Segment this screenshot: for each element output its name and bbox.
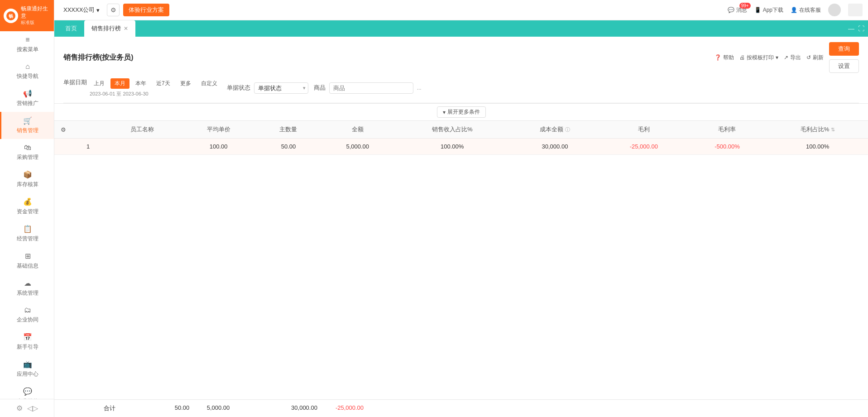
status-select[interactable]: 单据状态 xyxy=(254,82,308,94)
trial-button[interactable]: 体验行业方案 xyxy=(123,4,169,16)
sidebar: 畅 畅康通好生意 标准版 ≡搜索菜单⌂快捷导航📢营销推广🛒销售管理🛍采购管理📦库… xyxy=(0,0,54,417)
sidebar-item-inventory[interactable]: 📦库存核算 xyxy=(0,166,54,193)
th-settings[interactable]: ⚙ xyxy=(54,121,72,139)
tab-bar-right: — ⛶ xyxy=(848,25,864,32)
date-btn-7days[interactable]: 近7天 xyxy=(152,78,174,89)
tab-home[interactable]: 首页 xyxy=(58,20,84,37)
gear-button[interactable]: ⚙ xyxy=(107,4,120,16)
tab-minimize-icon[interactable]: — xyxy=(848,25,854,32)
date-btn-this-month[interactable]: 本月 xyxy=(110,78,129,89)
expand-conditions-btn[interactable]: ▾ 展开更多条件 xyxy=(437,106,486,118)
sidebar-label-finance: 资金管理 xyxy=(17,208,38,216)
help-label: 帮助 xyxy=(723,54,734,62)
sidebar-item-operations[interactable]: 📋经营管理 xyxy=(0,220,54,247)
cell-avg-price: 100.00 xyxy=(180,139,257,155)
cell-gross-pct: 100.00% xyxy=(767,139,868,155)
more-filters-btn[interactable]: ... xyxy=(417,85,422,91)
sidebar-icon-marketing: 📢 xyxy=(23,89,32,98)
tab-maximize-icon[interactable]: ⛶ xyxy=(858,25,864,32)
help-btn[interactable]: ❓ 帮助 xyxy=(715,54,734,62)
app-download-btn[interactable]: 📱 App下载 xyxy=(754,6,783,14)
th-index xyxy=(72,121,104,139)
date-btn-more[interactable]: 更多 xyxy=(176,78,195,89)
sidebar-icon-purchase: 🛍 xyxy=(24,144,31,152)
settings-button[interactable]: 设置 xyxy=(829,59,859,73)
th-sales-pct: 销售收入占比% xyxy=(395,121,509,139)
th-cost: 成本全额 ⓘ xyxy=(509,121,600,139)
date-btn-custom[interactable]: 自定义 xyxy=(197,78,221,89)
sidebar-item-search[interactable]: ≡搜索菜单 xyxy=(0,31,54,58)
sidebar-item-wechat[interactable]: 💬企业微信 xyxy=(0,383,54,399)
company-name: XXXXX公司 xyxy=(63,6,95,14)
date-filter-label: 单据日期 xyxy=(63,78,87,86)
sidebar-icon-system: ☁ xyxy=(24,279,31,288)
messages-btn[interactable]: 💬 消息 99+ xyxy=(728,6,747,14)
th-gross-rate: 毛利率 xyxy=(687,121,767,139)
sidebar-label-operations: 经营管理 xyxy=(17,235,38,243)
goods-label: 商品 xyxy=(314,84,326,92)
th-total: 全额 xyxy=(320,121,395,139)
th-gross-pct: 毛利占比% ⇅ xyxy=(767,121,868,139)
user-menu[interactable] xyxy=(848,4,863,16)
sidebar-icon-search: ≡ xyxy=(25,36,29,44)
footer-cells: 合计 50.00 5,000.00 30,000.00 -25,000.00 xyxy=(60,404,863,412)
avatar[interactable] xyxy=(828,4,841,16)
date-btn-this-year[interactable]: 本年 xyxy=(131,78,150,89)
sidebar-item-purchase[interactable]: 🛍采购管理 xyxy=(0,139,54,166)
sidebar-label-system: 系统管理 xyxy=(17,289,38,297)
goods-input[interactable] xyxy=(329,82,413,94)
query-button[interactable]: 查询 xyxy=(829,42,859,56)
filter-area: 单据日期 上月 本月 本年 近7天 更多 自定义 2023-06-01 至 20… xyxy=(63,78,859,103)
print-dropdown-icon: ▾ xyxy=(776,54,778,61)
sidebar-item-sales[interactable]: 🛒销售管理 xyxy=(0,112,54,139)
date-filter-group: 单据日期 上月 本月 本年 近7天 更多 自定义 2023-06-01 至 20… xyxy=(63,78,221,97)
sidebar-item-quick-nav[interactable]: ⌂快捷导航 xyxy=(0,58,54,85)
th-gross: 毛利 xyxy=(600,121,687,139)
table-row: 1 100.00 50.00 5,000.00 100.00% 30,000.0… xyxy=(54,139,868,155)
print-btn[interactable]: 🖨 按模板打印 ▾ xyxy=(739,54,778,62)
message-icon: 💬 xyxy=(728,7,734,13)
cost-info-icon[interactable]: ⓘ xyxy=(565,127,570,132)
sidebar-icon-operations: 📋 xyxy=(23,225,32,233)
expand-label: 展开更多条件 xyxy=(447,108,480,116)
sidebar-item-finance[interactable]: 💰资金管理 xyxy=(0,193,54,220)
sidebar-icon-wechat: 💬 xyxy=(23,387,32,396)
sidebar-label-purchase: 采购管理 xyxy=(17,153,38,161)
refresh-label: 刷新 xyxy=(813,54,824,62)
sidebar-item-base-info[interactable]: ⊞基础信息 xyxy=(0,247,54,274)
sidebar-item-enterprise[interactable]: 🗂企业协同 xyxy=(0,302,54,328)
sidebar-bottom: ⚙ ◁▷ xyxy=(0,399,54,417)
sidebar-label-quick-nav: 快捷导航 xyxy=(17,72,38,80)
company-selector[interactable]: XXXXX公司 ▾ xyxy=(60,4,103,16)
settings-icon[interactable]: ⚙ xyxy=(16,404,23,412)
collapse-icon[interactable]: ◁▷ xyxy=(27,404,38,412)
main-area: XXXXX公司 ▾ ⚙ 体验行业方案 💬 消息 99+ 📱 App下载 👤 在线… xyxy=(54,0,868,417)
sidebar-item-marketing[interactable]: 📢营销推广 xyxy=(0,85,54,112)
data-table: ⚙ 员工名称 平均单价 主数量 全额 销售收入占比% 成本全额 ⓘ 毛利 毛利率… xyxy=(54,121,868,155)
footer-cost-cell: 30,000.00 xyxy=(282,404,327,412)
th-main-qty: 主数量 xyxy=(257,121,320,139)
help-icon: ❓ xyxy=(715,54,721,61)
sidebar-icon-finance: 💰 xyxy=(23,197,32,206)
sidebar-item-app-center[interactable]: 📺应用中心 xyxy=(0,355,54,383)
footer-gross-pct-cell xyxy=(408,404,445,412)
date-shortcuts-wrap: 上月 本月 本年 近7天 更多 自定义 2023-06-01 至 2023-06… xyxy=(90,78,221,97)
table-footer: 合计 50.00 5,000.00 30,000.00 -25,000.00 xyxy=(54,399,868,417)
tab-close-icon[interactable]: ✕ xyxy=(124,25,128,32)
sidebar-item-system[interactable]: ☁系统管理 xyxy=(0,274,54,302)
sidebar-icon-guide: 📅 xyxy=(23,333,32,341)
date-btn-last-month[interactable]: 上月 xyxy=(90,78,109,89)
sidebar-label-base-info: 基础信息 xyxy=(17,262,38,270)
cell-cost: 30,000.00 xyxy=(509,139,600,155)
app-version: 标准版 xyxy=(21,19,50,26)
table-header-row: ⚙ 员工名称 平均单价 主数量 全额 销售收入占比% 成本全额 ⓘ 毛利 毛利率… xyxy=(54,121,868,139)
online-service-btn[interactable]: 👤 在线客服 xyxy=(791,6,821,14)
tab-sales-ranking[interactable]: 销售排行榜 ✕ xyxy=(84,20,135,37)
app-name: 畅康通好生意 xyxy=(21,5,50,19)
status-select-wrap: 单据状态 xyxy=(254,82,308,94)
gross-pct-icon[interactable]: ⇅ xyxy=(831,127,835,132)
refresh-btn[interactable]: ↺ 刷新 xyxy=(806,54,824,62)
chevron-down-icon: ▾ xyxy=(443,109,446,115)
sidebar-item-guide[interactable]: 📅新手引导 xyxy=(0,328,54,355)
export-btn[interactable]: ↗ 导出 xyxy=(784,54,801,62)
